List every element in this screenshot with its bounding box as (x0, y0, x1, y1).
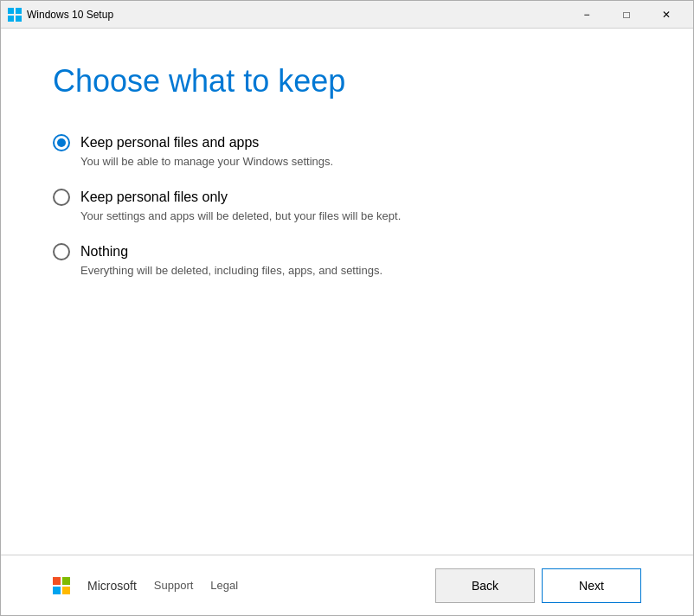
close-button[interactable]: ✕ (646, 1, 686, 29)
logo-cell-yellow (62, 587, 70, 594)
svg-rect-0 (8, 8, 14, 14)
option-keep-files-only: Keep personal files only Your settings a… (53, 189, 641, 222)
radio-keep-files-apps[interactable] (53, 134, 70, 151)
option-label-row-3[interactable]: Nothing (53, 243, 641, 260)
window-controls: − □ ✕ (567, 1, 686, 29)
svg-rect-2 (8, 16, 14, 22)
option-description-1: You will be able to manage your Windows … (80, 155, 641, 168)
microsoft-logo (53, 577, 70, 594)
option-label-row-1[interactable]: Keep personal files and apps (53, 134, 641, 151)
logo-cell-red (53, 577, 61, 585)
page-title: Choose what to keep (53, 63, 641, 99)
option-description-2: Your settings and apps will be deleted, … (80, 209, 641, 222)
back-button[interactable]: Back (435, 568, 535, 603)
footer-left: Microsoft Support Legal (53, 577, 435, 594)
main-content: Choose what to keep Keep personal files … (1, 29, 693, 555)
option-nothing: Nothing Everything will be deleted, incl… (53, 243, 641, 277)
brand-name: Microsoft (87, 579, 137, 593)
svg-rect-1 (16, 8, 22, 14)
radio-nothing[interactable] (53, 243, 70, 260)
svg-rect-3 (16, 16, 22, 22)
options-list: Keep personal files and apps You will be… (53, 134, 641, 277)
title-bar: Windows 10 Setup − □ ✕ (1, 1, 693, 29)
minimize-button[interactable]: − (567, 1, 607, 29)
next-button[interactable]: Next (542, 568, 641, 603)
restore-button[interactable]: □ (607, 1, 646, 29)
logo-cell-blue (53, 587, 61, 594)
footer: Microsoft Support Legal Back Next (1, 555, 693, 615)
support-link[interactable]: Support (154, 579, 194, 592)
footer-right: Back Next (435, 568, 641, 603)
legal-link[interactable]: Legal (210, 579, 238, 592)
app-icon (8, 8, 22, 22)
option-title-3: Nothing (80, 244, 128, 260)
option-title-2: Keep personal files only (80, 189, 228, 205)
option-description-3: Everything will be deleted, including fi… (80, 264, 641, 277)
radio-keep-files-only[interactable] (53, 189, 70, 206)
option-keep-files-apps: Keep personal files and apps You will be… (53, 134, 641, 168)
option-title-1: Keep personal files and apps (80, 135, 259, 151)
setup-window: Windows 10 Setup − □ ✕ Choose what to ke… (0, 0, 694, 616)
logo-cell-green (62, 577, 70, 585)
window-title: Windows 10 Setup (27, 9, 567, 21)
option-label-row-2[interactable]: Keep personal files only (53, 189, 641, 206)
